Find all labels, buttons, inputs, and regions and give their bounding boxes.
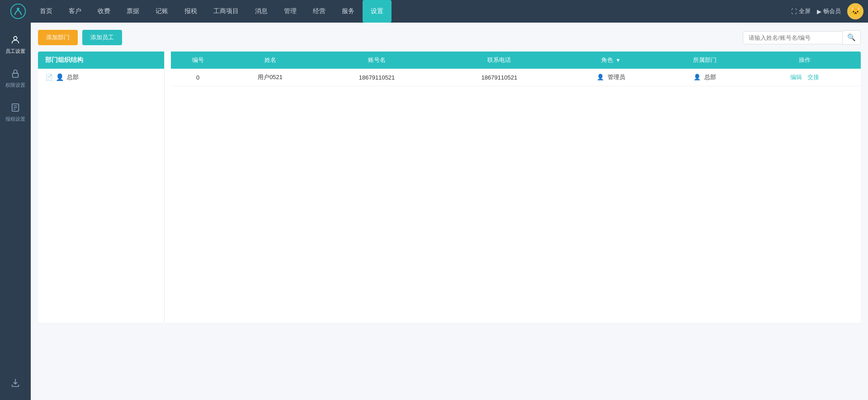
sidebar-item-employee[interactable]: 员工设置 [0,27,31,61]
avatar[interactable]: 🐱 [847,3,863,19]
top-nav: 首页 客户 收费 票据 记账 报税 工商项目 消息 管理 经营 服务 设置 ⛶ … [0,0,868,23]
col-name: 姓名 [225,52,316,69]
cell-role-label: 管理员 [608,74,625,80]
cell-phone: 18679110521 [438,69,561,86]
nav-fees[interactable]: 收费 [90,0,118,23]
tree-item-headquarters[interactable]: 📄 👤 总部 [38,69,164,86]
nav-tax[interactable]: 报税 [176,0,205,23]
toolbar: 添加部门 添加员工 🔍 [38,30,861,45]
nav-settings[interactable]: 设置 [363,0,392,23]
col-number: 编号 [171,52,225,69]
employee-table: 编号 姓名 账号名 联系电话 角色 ▼ 所属部门 操作 [171,52,861,86]
nav-business[interactable]: 工商项目 [205,0,247,23]
table-header-row: 编号 姓名 账号名 联系电话 角色 ▼ 所属部门 操作 [171,52,861,69]
tree-item-label: 总部 [67,73,79,81]
nav-bills[interactable]: 票据 [118,0,147,23]
sidebar-download-btn[interactable] [0,370,31,395]
vip-btn[interactable]: ▶ 畅会员 [817,7,841,15]
nav-customer[interactable]: 客户 [61,0,90,23]
search-bar: 🔍 [743,30,861,45]
svg-point-2 [14,37,17,40]
col-role[interactable]: 角色 ▼ [561,52,661,69]
nav-home[interactable]: 首页 [32,0,61,23]
table-row: 0 用户0521 18679110521 18679110521 👤 管理员 👤… [171,69,861,86]
employee-icon [9,33,22,46]
taxsettings-icon [9,101,22,114]
nav-message[interactable]: 消息 [247,0,276,23]
sidebar-item-taxsettings[interactable]: 报税设置 [0,95,31,129]
col-account: 账号名 [316,52,438,69]
nav-items: 首页 客户 收费 票据 记账 报税 工商项目 消息 管理 经营 服务 设置 [32,0,791,23]
content-area: 添加部门 添加员工 🔍 部门组织结构 📄 👤 总部 [31,23,868,400]
fullscreen-btn[interactable]: ⛶ 全屏 [791,7,811,15]
sidebar-item-permissions[interactable]: 权限设置 [0,61,31,95]
fullscreen-icon: ⛶ [791,8,797,15]
cell-number: 0 [171,69,225,86]
nav-bookkeeping[interactable]: 记账 [147,0,176,23]
search-input[interactable] [743,31,842,44]
main-panel: 部门组织结构 📄 👤 总部 编号 姓名 账号名 联系电话 [38,52,861,323]
add-dept-button[interactable]: 添加部门 [38,30,78,45]
svg-rect-3 [13,73,19,77]
download-icon [9,376,22,389]
nav-service[interactable]: 服务 [334,0,363,23]
main-layout: 员工设置 权限设置 报税设置 [0,23,868,400]
edit-link[interactable]: 编辑 [790,74,802,80]
sidebar-bottom [0,370,31,400]
col-phone: 联系电话 [438,52,561,69]
cell-dept: 👤 总部 [661,69,749,86]
logo [5,3,32,19]
nav-operation[interactable]: 经营 [305,0,334,23]
sidebar: 员工设置 权限设置 报税设置 [0,23,31,400]
add-employee-button[interactable]: 添加员工 [82,30,122,45]
tree-user-icon: 👤 [56,73,64,81]
tree-panel: 部门组织结构 📄 👤 总部 [38,52,165,323]
cell-account: 18679110521 [316,69,438,86]
role-user-icon: 👤 [597,74,604,80]
search-button[interactable]: 🔍 [842,30,861,45]
tree-header: 部门组织结构 [38,52,164,69]
filter-icon: ▼ [616,57,621,63]
fullscreen-label: 全屏 [799,7,811,15]
col-role-label: 角色 [601,56,613,63]
dept-user-icon: 👤 [693,74,701,80]
permissions-icon [9,67,22,80]
nav-right: ⛶ 全屏 ▶ 畅会员 🐱 [791,3,863,19]
vip-icon: ▶ [817,8,821,15]
sidebar-employee-label: 员工设置 [5,48,25,55]
sidebar-permissions-label: 权限设置 [5,82,25,89]
svg-point-1 [17,8,19,10]
cell-dept-label: 总部 [704,74,716,80]
transfer-link[interactable]: 交接 [807,74,819,80]
sidebar-taxsettings-label: 报税设置 [5,116,25,122]
cell-name: 用户0521 [225,69,316,86]
col-dept: 所属部门 [661,52,749,69]
table-panel: 编号 姓名 账号名 联系电话 角色 ▼ 所属部门 操作 [171,52,861,323]
cell-action: 编辑 交接 [749,69,861,86]
nav-management[interactable]: 管理 [276,0,305,23]
svg-point-0 [11,4,25,19]
file-icon: 📄 [45,74,53,81]
vip-label: 畅会员 [823,7,841,15]
col-action: 操作 [749,52,861,69]
cell-role: 👤 管理员 [561,69,661,86]
